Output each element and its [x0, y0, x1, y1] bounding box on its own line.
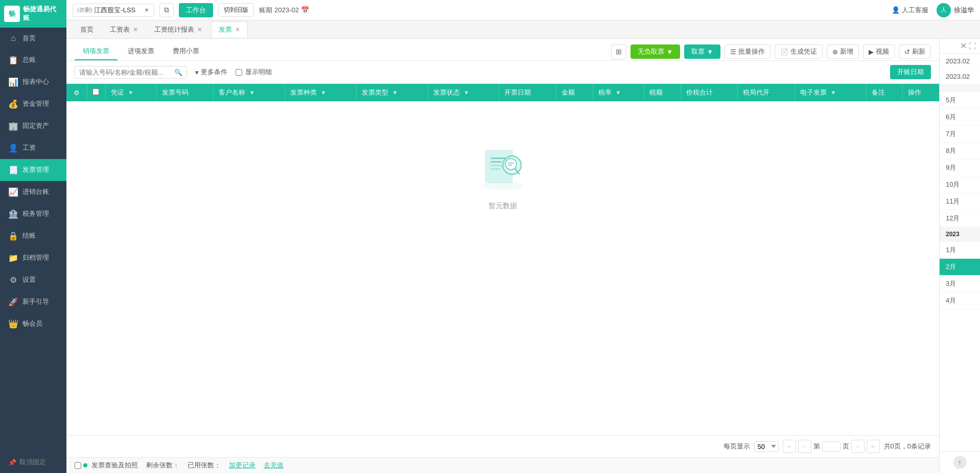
- tab-salary-table-close[interactable]: ✕: [133, 26, 138, 33]
- switch-version-button[interactable]: 切到旧版: [218, 3, 254, 17]
- subtab-purchase[interactable]: 进项发票: [120, 43, 162, 60]
- add-record-link[interactable]: 加更记录: [229, 461, 255, 470]
- workspace-button[interactable]: 工作台: [179, 3, 213, 17]
- get-ticket-button[interactable]: 取票 ▼: [684, 44, 720, 59]
- tab-salary-table[interactable]: 工资表 ✕: [102, 21, 146, 37]
- more-filter-button[interactable]: ▾ 更多条件: [191, 65, 231, 79]
- page-size-select[interactable]: 50 10 20 100: [754, 441, 779, 452]
- e-invoice-filter-icon[interactable]: ▼: [830, 89, 836, 96]
- open-period-button[interactable]: 开账日期: [890, 65, 931, 79]
- date-item-oct[interactable]: 10月: [940, 176, 980, 193]
- sidebar-item-archive[interactable]: 📁 归档管理: [0, 247, 66, 269]
- th-invoice-type[interactable]: 发票种类 ▼: [285, 84, 356, 101]
- date-item-jun[interactable]: 6月: [940, 109, 980, 126]
- video-button[interactable]: ▶ 视频: [863, 44, 895, 59]
- no-ticket-button[interactable]: 无负取票 ▼: [631, 44, 680, 59]
- next-page-button[interactable]: ›: [851, 440, 865, 453]
- bulk-ops-button[interactable]: ☰ 批量操作: [725, 44, 771, 59]
- sidebar-unpin[interactable]: 📌 取消固定: [0, 452, 66, 473]
- th-invoice-status[interactable]: 发票状态 ▼: [428, 84, 499, 101]
- th-amount: 金额: [556, 84, 593, 101]
- date-panel-expand[interactable]: ⛶: [969, 42, 976, 50]
- scroll-to-top-button[interactable]: ↑: [953, 456, 967, 469]
- sidebar-item-guide[interactable]: 🚀 新手引导: [0, 291, 66, 313]
- select-all-checkbox[interactable]: [92, 88, 99, 95]
- sidebar-logo[interactable]: 畅 畅捷通易代账: [0, 0, 66, 28]
- sidebar-item-settings[interactable]: ⚙ 设置: [0, 269, 66, 291]
- tab-home[interactable]: 首页: [73, 21, 101, 37]
- gen-voucher-button[interactable]: 📄 生成凭证: [775, 44, 823, 59]
- page-input[interactable]: 1: [822, 441, 841, 452]
- customer-filter-icon[interactable]: ▼: [249, 89, 255, 96]
- th-e-invoice[interactable]: 电子发票 ▼: [795, 84, 866, 101]
- show-detail-checkbox-label[interactable]: 显示明细: [236, 67, 272, 77]
- sidebar-item-salary[interactable]: 👤 工资: [0, 137, 66, 159]
- date-panel-close[interactable]: ✕: [960, 42, 967, 50]
- th-voucher[interactable]: 凭证 ▼: [105, 84, 156, 101]
- date-item-aug[interactable]: 8月: [940, 143, 980, 160]
- company-selector[interactable]: (勿删) 江西股宝-LSS ▼: [73, 4, 154, 17]
- tab-invoice[interactable]: 发票 ✕: [211, 21, 248, 37]
- support-button[interactable]: 👤 人工客服: [892, 6, 928, 15]
- sidebar-label-guide: 新手引导: [22, 297, 49, 306]
- date-item-2023-02-top[interactable]: 2023.02: [940, 54, 980, 69]
- subtab-sales[interactable]: 销项发票: [75, 43, 118, 60]
- sidebar-label-invoice: 发票管理: [22, 165, 49, 174]
- sidebar-item-invoice[interactable]: 🧾 发票管理: [0, 159, 66, 181]
- tax-rate-filter-icon[interactable]: ▼: [615, 89, 621, 96]
- date-item-feb-active[interactable]: 2月: [940, 259, 980, 276]
- tab-salary-stats[interactable]: 工资统计报表 ✕: [147, 21, 210, 37]
- date-item-mar[interactable]: 3月: [940, 276, 980, 292]
- sidebar-item-report[interactable]: 📊 报表中心: [0, 71, 66, 93]
- sidebar-item-sales[interactable]: 📈 进销台账: [0, 181, 66, 203]
- th-check[interactable]: [87, 84, 105, 101]
- date-item-sep[interactable]: 9月: [940, 160, 980, 176]
- empty-text: 暂元数据: [488, 201, 517, 211]
- subtab-expense[interactable]: 费用小票: [165, 43, 207, 60]
- sidebar-item-funds[interactable]: 💰 资金管理: [0, 93, 66, 115]
- sidebar-item-home[interactable]: ⌂ 首页: [0, 28, 66, 49]
- status-filter-icon[interactable]: ▼: [463, 89, 469, 96]
- cat-filter-icon[interactable]: ▼: [392, 89, 398, 96]
- sidebar-item-assets[interactable]: 🏢 固定资产: [0, 115, 66, 137]
- th-settings[interactable]: ⚙: [66, 84, 87, 101]
- date-item-dec[interactable]: 12月: [940, 210, 980, 227]
- type-filter-icon[interactable]: ▼: [321, 89, 326, 96]
- date-item-apr[interactable]: 4月: [940, 292, 980, 309]
- voucher-filter-icon[interactable]: ▼: [128, 89, 133, 96]
- sidebar-item-close[interactable]: 🔒 结账: [0, 225, 66, 247]
- refresh-button[interactable]: ↺ 刷新: [899, 44, 931, 59]
- invoice-table: ⚙ 凭证 ▼ 发票号码 客户名称 ▼ 发票种类 ▼ 发票类型 ▼ 发票状态 ▼ …: [66, 84, 939, 252]
- last-page-button[interactable]: »: [867, 440, 880, 453]
- date-item-jan[interactable]: 1月: [940, 242, 980, 259]
- date-item-nov[interactable]: 11月: [940, 193, 980, 210]
- grid-settings-button[interactable]: ⊞: [611, 44, 626, 59]
- page-unit: 页: [843, 442, 849, 451]
- sidebar-item-tax[interactable]: 🏦 税务管理: [0, 203, 66, 225]
- add-button[interactable]: ⊕ 新增: [827, 44, 859, 59]
- company-name: 江西股宝-LSS: [94, 6, 135, 15]
- tab-invoice-close[interactable]: ✕: [235, 26, 240, 33]
- search-bar[interactable]: 🔍: [75, 66, 187, 79]
- date-item-2023-02-dup[interactable]: 2023.02: [940, 69, 980, 84]
- date-item-may[interactable]: 5月: [940, 92, 980, 109]
- search-input[interactable]: [79, 69, 171, 76]
- th-invoice-cat[interactable]: 发票类型 ▼: [356, 84, 428, 101]
- th-tax-rate[interactable]: 税率 ▼: [593, 84, 644, 101]
- show-detail-checkbox[interactable]: [236, 69, 242, 76]
- copy-button[interactable]: ⧉: [159, 3, 174, 17]
- prev-page-button[interactable]: ‹: [798, 440, 811, 453]
- date-item-jul[interactable]: 7月: [940, 126, 980, 143]
- invoice-check-label[interactable]: 发票查验及拍照: [75, 461, 138, 470]
- add-icon: ⊕: [832, 48, 838, 56]
- user-info[interactable]: 人 徐溢华: [937, 3, 974, 17]
- sidebar-item-ledger[interactable]: 📋 总账: [0, 49, 66, 71]
- invoice-check-checkbox[interactable]: [75, 462, 81, 469]
- th-customer[interactable]: 客户名称 ▼: [214, 84, 285, 101]
- tab-salary-stats-close[interactable]: ✕: [197, 26, 202, 33]
- first-page-button[interactable]: «: [783, 440, 796, 453]
- recharge-link[interactable]: 去充值: [264, 461, 284, 470]
- th-tax-office: 税局代开: [738, 84, 795, 101]
- calendar-icon[interactable]: 📅: [301, 6, 309, 14]
- sidebar-item-member[interactable]: 👑 畅会员: [0, 313, 66, 335]
